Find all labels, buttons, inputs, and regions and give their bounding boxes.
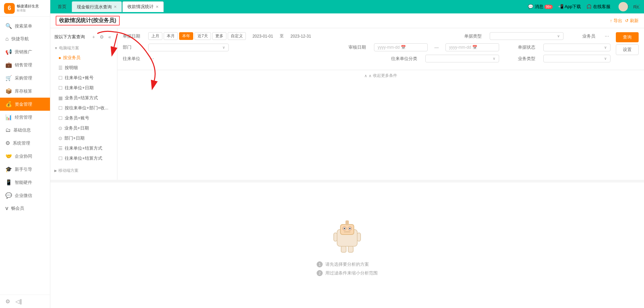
scheme-item-partner-settle2[interactable]: ☐ 往来单位+结算方式 [50,153,117,163]
search-panel: 按以下方案查询 + ⚙ « ▼ 电脑端方案 ● 按业务员 [50,28,644,180]
sidebar-item-hardware[interactable]: 📱 智能硬件 [0,176,50,189]
scheme-item-salesman-settle[interactable]: ▦ 业务员+结算方式 [50,93,117,103]
filter-area: 单据日期 上月 本月 本年 近7天 更多 自定义 2023-01-01 至 [117,28,616,70]
guide-icon: 🎓 [5,166,12,172]
sales-icon: 💼 [5,62,12,68]
online-service-btn[interactable]: 🎧 在线客服 [586,4,610,10]
collapse-sidebar-icon[interactable]: ◁∥ [15,298,22,305]
inventory-icon: 📦 [5,88,12,94]
salesman-settle-icon: ▦ [58,95,63,101]
query-button[interactable]: 查询 [616,32,639,42]
partner-dept-icon: ☐ [58,105,63,111]
tip-text-2: 用过滤条件来缩小分析范围 [325,270,378,276]
sidebar-item-label-quicknav: 快捷导航 [11,36,29,42]
tab-home[interactable]: 首页 [53,1,71,12]
salesman-label: 业务员 [582,33,595,39]
sidebar-item-finance[interactable]: 💰 资金管理 [0,98,50,111]
settings-footer-icon[interactable]: ⚙ [5,298,10,305]
scheme-group-pc-header[interactable]: ▼ 电脑端方案 [50,44,117,53]
dept-select[interactable]: ∨ [148,44,229,51]
scheme-item-salesman-date[interactable]: ⊙ 业务员+日期 [50,123,117,133]
user-avatar[interactable] [619,2,628,11]
partner-category-select[interactable]: ∨ [425,55,499,62]
scheme-item-partner-account[interactable]: ☐ 往来单位+账号 [50,73,117,83]
doc-type-select[interactable]: ∨ [490,32,564,40]
message-icon: 💬 [528,4,533,9]
scheme-item-salesman-account[interactable]: ☐ 业务员+账号 [50,113,117,123]
custom-date-btn[interactable]: 自定义 [228,32,246,40]
review-date-start[interactable]: yyyy-mm-dd 📅 [374,43,428,51]
sidebar-item-quick-nav[interactable]: ⌂ 快捷导航 [0,33,50,45]
sidebar-item-purchase[interactable]: 🛒 采购管理 [0,71,50,85]
sidebar-item-member[interactable]: V 畅会员 [0,202,50,215]
scheme-item-salesman[interactable]: ● 按业务员 [50,53,117,63]
tab-receipt-label: 收款情况统计 [127,4,154,10]
partner-category-label: 往来单位分类 [391,56,417,62]
partner-dept-label: 按往来单位+部门+收... [65,105,108,111]
tip-num-1: 1 [317,261,323,267]
scheme-group-mobile-header[interactable]: ▶ 移动端方案 [50,166,117,175]
scheme-item-partner-settle1[interactable]: ☰ 往来单位+结算方式 [50,143,117,153]
this-month-btn[interactable]: 本月 [164,32,178,40]
sidebar-item-basic[interactable]: 🗂 基础信息 [0,124,50,137]
sidebar-item-collab[interactable]: 🤝 企业协同 [0,150,50,163]
date-dash: — [434,45,439,50]
export-button[interactable]: ↑ 导出 [610,18,623,24]
settings-scheme-button[interactable]: ⚙ [98,34,105,40]
messages-btn[interactable]: 💬 消息 99+ [528,4,553,10]
tab-receipt-close[interactable]: ✕ [156,5,159,9]
filter-query-area: 单据日期 上月 本月 本年 近7天 更多 自定义 2023-01-01 至 [117,28,644,180]
doc-type-label: 单据类型 [464,33,482,39]
sidebar-item-marketing[interactable]: 📢 营销推广 [0,45,50,58]
review-date-end[interactable]: yyyy-mm-dd 📅 [445,43,499,51]
online-service-label: 在线客服 [593,4,610,9]
date-buttons: 上月 本月 本年 近7天 更多 自定义 [148,32,246,40]
main-content: 首页 现金银行流水查询 ✕ 收款情况统计 ✕ ✕ ⛶ 收款情况统计(按业务员) … [50,0,644,308]
top-right-bar: 💬 消息 99+ 📲 App下载 🎧 在线客服 Rit [523,0,644,13]
scheme-item-partner-dept[interactable]: ☐ 按往来单位+部门+收... [50,103,117,113]
sidebar-item-label-hardware: 智能硬件 [15,179,32,186]
last7-btn[interactable]: 近7天 [195,32,211,40]
tab-bank[interactable]: 现金银行流水查询 ✕ [72,1,122,12]
scheme-item-dept-date[interactable]: ⊙ 部门+日期 [50,133,117,143]
collapse-bar[interactable]: ∧ ∧ 收起更多条件 [117,70,644,81]
svg-rect-7 [334,233,337,241]
sidebar-item-operations[interactable]: 📊 经营管理 [0,111,50,124]
collapse-scheme-button[interactable]: « [106,34,113,40]
query-buttons: 查询 设置 [616,28,644,70]
scheme-group-pc: ▼ 电脑端方案 ● 按业务员 ☰ 按明细 ☐ 往来单位+账号 [50,42,117,165]
sidebar-item-system[interactable]: ⚙ 系统管理 [0,137,50,150]
sidebar-item-guide[interactable]: 🎓 新手引导 [0,163,50,176]
salesman-account-label: 业务员+账号 [65,115,89,121]
settings-button[interactable]: 设置 [616,44,639,55]
scheme-item-partner-date[interactable]: ☐ 往来单位+日期 [50,83,117,93]
biz-type-select[interactable]: ∨ [543,55,610,62]
sidebar-item-sales[interactable]: 💼 销售管理 [0,58,50,71]
refresh-button[interactable]: ↺ 刷新 [625,18,639,24]
date-filter-label: 单据日期 [123,33,143,39]
sidebar-item-label-finance: 资金管理 [15,101,32,107]
tab-bank-close[interactable]: ✕ [114,5,117,9]
tab-receipt[interactable]: 收款情况统计 ✕ [122,1,164,12]
add-scheme-button[interactable]: + [90,34,97,40]
empty-tips: 1 请先选择要分析的方案 2 用过滤条件来缩小分析范围 [317,261,378,276]
doc-status-select[interactable]: ∨ [543,44,610,51]
sidebar-item-wechat[interactable]: 💬 企业微信 [0,189,50,202]
sidebar-item-inventory[interactable]: 📦 库存核算 [0,85,50,98]
scheme-item-detail[interactable]: ☰ 按明细 [50,63,117,73]
empty-robot-illustration [327,214,367,255]
service-icon: 🎧 [586,4,592,9]
partner-more-btn[interactable]: ··· [150,56,154,62]
app-download-btn[interactable]: 📲 App下载 [558,4,581,10]
salesman-more-btn[interactable]: ··· [605,33,609,39]
review-start-placeholder: yyyy-mm-dd [378,45,399,50]
sidebar-item-search[interactable]: 🔍 搜索菜单 [0,19,50,33]
filter-row-dept: 部门 ∨ 审核日期 yyyy-mm-dd 📅 [123,43,610,51]
user-name: Rit [633,4,639,9]
this-year-btn[interactable]: 本年 [179,32,193,40]
prev-month-btn[interactable]: 上月 [148,32,162,40]
svg-point-5 [349,228,351,229]
svg-rect-10 [348,246,353,252]
app-icon: 📲 [558,4,564,9]
more-date-btn[interactable]: 更多 [212,32,226,40]
